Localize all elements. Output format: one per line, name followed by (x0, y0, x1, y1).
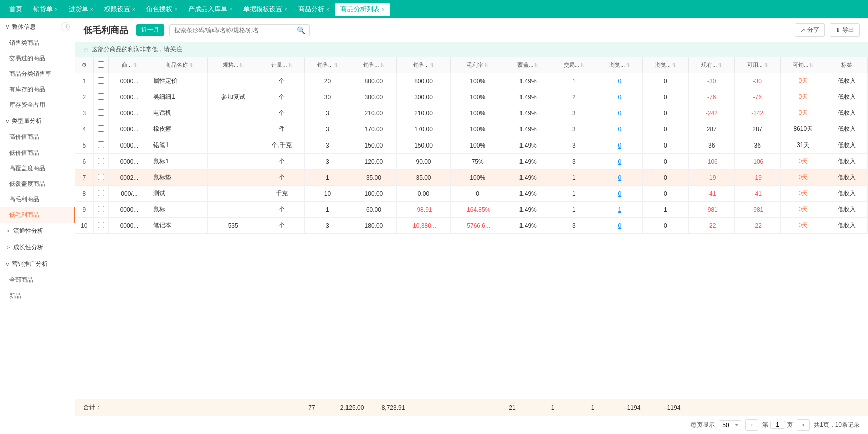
col-unit[interactable]: 计量...⇅ (259, 57, 305, 73)
row-num: 1 (75, 73, 93, 89)
collapse-button[interactable]: 《 (61, 22, 70, 31)
row-browse1[interactable]: 0 (597, 154, 643, 170)
col-stock[interactable]: 现有...⇅ (688, 57, 735, 73)
row-browse1[interactable]: 0 (597, 121, 643, 137)
search-box[interactable]: 🔍 (169, 24, 310, 36)
sidebar-item-low-coverage[interactable]: 低覆盖度商品 (0, 176, 75, 192)
col-sellable[interactable]: 可销...⇅ (780, 57, 826, 73)
row-checkbox[interactable] (93, 73, 108, 89)
col-spec[interactable]: 规格...⇅ (207, 57, 259, 73)
settings-header[interactable]: ⚙ (75, 57, 93, 73)
row-tag: 低收入 (826, 137, 868, 154)
chevron-down-icon: ∨ (5, 261, 10, 268)
nav-product-entry[interactable]: 产成品入库单 × (183, 3, 237, 16)
sidebar-item-traded-products[interactable]: 交易过的商品 (0, 51, 75, 66)
row-transactions: 1 (551, 170, 597, 186)
close-icon[interactable]: × (284, 7, 287, 12)
checkbox-header[interactable] (93, 57, 108, 73)
sidebar-item-new-products[interactable]: 新品 (0, 288, 75, 304)
share-button[interactable]: ↗ 分享 (795, 23, 825, 37)
row-browse1[interactable]: 0 (597, 73, 643, 89)
sidebar-item-category-sales-rate[interactable]: 商品分类销售率 (0, 66, 75, 82)
row-browse1[interactable]: 0 (597, 186, 643, 202)
col-sales1[interactable]: 销售...⇅ (305, 57, 351, 73)
close-icon[interactable]: × (175, 7, 178, 12)
col-coverage[interactable]: 覆盖...⇅ (505, 57, 551, 73)
col-transactions[interactable]: 交易...⇅ (551, 57, 597, 73)
col-gross-rate[interactable]: 毛利率⇅ (450, 57, 505, 73)
row-sellable: 0天 (780, 186, 826, 202)
page-number-input[interactable] (770, 421, 785, 429)
sidebar-group-circulation-title[interactable]: ＞ 流通性分析 (0, 223, 75, 239)
page-size-select[interactable]: 50 100 200 (719, 420, 741, 430)
col-browse2[interactable]: 浏览...⇅ (643, 57, 689, 73)
row-transactions: 3 (551, 218, 597, 234)
settings-icon[interactable]: ⚙ (82, 62, 87, 68)
sidebar-item-high-coverage[interactable]: 高覆盖度商品 (0, 161, 75, 176)
close-icon[interactable]: × (229, 7, 232, 12)
col-available[interactable]: 可用...⇅ (735, 57, 781, 73)
sidebar-item-high-value[interactable]: 高价值商品 (0, 129, 75, 145)
row-spec (207, 121, 259, 137)
row-sales1: 3 (305, 137, 351, 154)
close-icon[interactable]: × (55, 7, 58, 12)
row-checkbox[interactable] (93, 170, 108, 186)
row-checkbox[interactable] (93, 137, 108, 154)
search-input[interactable] (174, 27, 297, 34)
sidebar-group-marketing-title[interactable]: ∨ 营销推广分析 (0, 256, 75, 272)
notice-text: 这部分商品的利润非常低，请关注 (92, 45, 182, 54)
select-all-checkbox[interactable] (98, 61, 104, 68)
row-browse1[interactable]: 0 (597, 137, 643, 154)
close-icon[interactable]: × (90, 7, 93, 12)
nav-product-analysis[interactable]: 商品分析 × (293, 3, 334, 16)
row-browse1[interactable]: 1 (597, 202, 643, 218)
nav-sales-order[interactable]: 销货单 × (28, 3, 63, 16)
sidebar-item-sales-products[interactable]: 销售类商品 (0, 35, 75, 51)
row-checkbox[interactable] (93, 202, 108, 218)
row-available: -106 (735, 154, 781, 170)
row-browse1[interactable]: 0 (597, 105, 643, 121)
col-name[interactable]: 商品名称⇅ (150, 57, 207, 73)
nav-product-analysis-list[interactable]: 商品分析列表 × (335, 3, 390, 16)
sidebar-item-all-products[interactable]: 全部商品 (0, 272, 75, 288)
nav-role-auth[interactable]: 角色授权 × (141, 3, 183, 16)
nav-home[interactable]: 首页 (4, 3, 27, 16)
col-sales3[interactable]: 销售...⇅ (397, 57, 451, 73)
filter-recent-month-button[interactable]: 近一月 (136, 24, 164, 36)
row-tag: 低收入 (826, 105, 868, 121)
row-checkbox[interactable] (93, 154, 108, 170)
sidebar-item-high-margin[interactable]: 高毛利商品 (0, 192, 75, 207)
row-checkbox[interactable] (93, 218, 108, 234)
sidebar-item-low-margin[interactable]: 低毛利商品 (0, 207, 75, 223)
row-checkbox[interactable] (93, 89, 108, 105)
close-icon[interactable]: × (132, 7, 135, 12)
col-browse1[interactable]: 浏览...⇅ (597, 57, 643, 73)
nav-permission-settings[interactable]: 权限设置 × (99, 3, 140, 16)
row-browse1[interactable]: 0 (597, 218, 643, 234)
close-icon[interactable]: × (326, 7, 329, 12)
row-browse1[interactable]: 0 (597, 170, 643, 186)
sidebar-item-low-value[interactable]: 低价值商品 (0, 145, 75, 161)
nav-template-settings[interactable]: 单据模板设置 × (238, 3, 292, 16)
row-checkbox[interactable] (93, 186, 108, 202)
sidebar-group-type-title[interactable]: ∨ 类型量分析 (0, 113, 75, 129)
prev-page-button[interactable]: ＜ (745, 419, 758, 431)
col-code[interactable]: 商...⇅ (108, 57, 150, 73)
sidebar-group-overall-title[interactable]: ∨ 整体信息 《 (0, 18, 75, 35)
row-gross-rate: 100% (450, 137, 505, 154)
sidebar-item-stocked-products[interactable]: 有库存的商品 (0, 82, 75, 97)
row-gross-rate: -5766.6... (450, 218, 505, 234)
col-sales2[interactable]: 销售...⇅ (351, 57, 397, 73)
sidebar-group-growth-title[interactable]: ＞ 成长性分析 (0, 239, 75, 256)
close-icon[interactable]: × (382, 7, 385, 12)
chevron-down-icon: ∨ (5, 118, 10, 125)
row-browse1[interactable]: 0 (597, 89, 643, 105)
sidebar-item-inventory-capital[interactable]: 库存资金占用 (0, 97, 75, 113)
row-checkbox[interactable] (93, 105, 108, 121)
next-page-button[interactable]: ＞ (797, 419, 810, 431)
export-button[interactable]: ⬇ 导出 (830, 23, 860, 37)
row-checkbox[interactable] (93, 121, 108, 137)
row-sales3: 0.00 (397, 186, 451, 202)
nav-purchase-order[interactable]: 进货单 × (64, 3, 98, 16)
row-gross-rate: 0 (450, 186, 505, 202)
